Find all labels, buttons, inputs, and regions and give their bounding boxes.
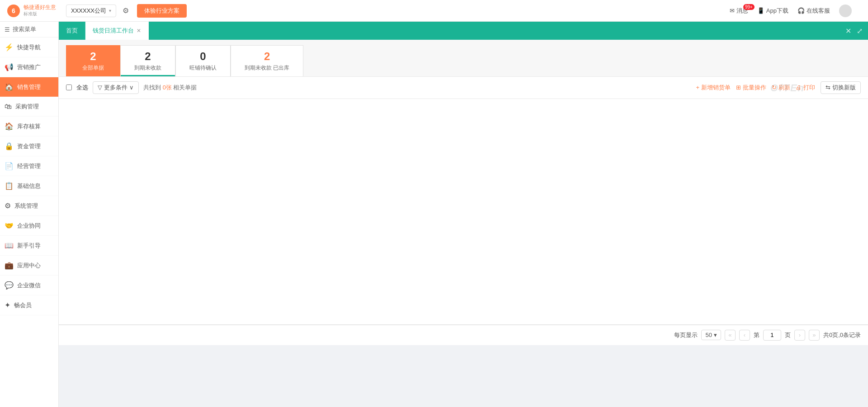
funds-icon: 🔒: [5, 142, 14, 150]
print-button[interactable]: 🖨 打印: [796, 84, 815, 92]
online-service-btn[interactable]: 🎧 在线客服: [797, 7, 830, 15]
logo-text: 畅捷通好生意: [24, 4, 56, 11]
page-suffix: 页: [785, 331, 791, 339]
app-download-label: App下载: [766, 7, 788, 15]
switch-button[interactable]: ⇆ 切换新版: [821, 81, 861, 94]
maximize-icon[interactable]: ⤢: [857, 27, 863, 35]
sidebar-item-marketing[interactable]: 📢 营销推广: [0, 57, 58, 77]
avatar[interactable]: [839, 5, 852, 17]
stat-num-all: 2: [90, 50, 96, 63]
last-page-button[interactable]: »: [809, 330, 820, 341]
page-label: 第: [754, 331, 760, 339]
next-page-button[interactable]: ›: [794, 330, 805, 341]
stat-num-overdue: 2: [145, 50, 151, 63]
first-page-button[interactable]: «: [725, 330, 736, 341]
tab-home[interactable]: 首页: [59, 22, 85, 40]
sidebar-item-vip[interactable]: ✦ 畅会员: [0, 295, 58, 315]
stat-label-all: 全部单据: [82, 64, 104, 72]
filter-arrow-icon: ∨: [129, 84, 134, 91]
prev-page-icon: ‹: [744, 332, 745, 338]
select-all-checkbox[interactable]: [66, 84, 72, 90]
sidebar-search[interactable]: ☰ 搜索菜单: [0, 22, 58, 37]
message-btn[interactable]: ✉ 消息 99+: [730, 7, 748, 15]
company-name: XXXXXX公司: [71, 7, 106, 15]
sidebar-item-quick-nav[interactable]: ⚡ 快捷导航: [0, 37, 58, 57]
refresh-button[interactable]: ↻ 刷新: [772, 84, 790, 92]
filter-button[interactable]: ▽ 更多条件 ∨: [93, 81, 139, 94]
top-header: 6 畅捷通好生意 标准版 XXXXXX公司 ▾ ⚙ 体验行业方案 ✉ 消息 99…: [0, 0, 868, 22]
page-size-label: 每页显示: [674, 331, 698, 339]
sidebar-item-guide[interactable]: 📖 新手引导: [0, 236, 58, 256]
prev-page-button[interactable]: ‹: [739, 330, 750, 341]
switch-icon: ⇆: [826, 84, 830, 91]
first-page-icon: «: [728, 332, 731, 338]
stat-tab-pending[interactable]: 0 旺铺待确认: [175, 45, 231, 76]
download-icon: 📱: [757, 7, 764, 14]
page-number-input[interactable]: [763, 330, 781, 341]
header-right: ✉ 消息 99+ 📱 App下载 🎧 在线客服: [730, 5, 861, 17]
sidebar-item-label: 基础信息: [17, 182, 41, 190]
tab-workbench[interactable]: 钱货日清工作台 ✕: [85, 22, 149, 40]
tab-close-icon[interactable]: ✕: [137, 28, 141, 34]
stat-tab-shipped[interactable]: 2 到期未收款 已出库: [231, 45, 303, 76]
filter-icon: ▽: [98, 84, 102, 91]
sidebar-item-app-center[interactable]: 💼 应用中心: [0, 256, 58, 276]
toolbar: 全选 ▽ 更多条件 ∨ 共找到 0张 相关单据 + 新增销货单 ⊞ 批量操作: [59, 77, 868, 99]
marketing-icon: 📢: [5, 63, 14, 71]
purchase-icon: 🛍: [5, 103, 12, 111]
table-area: [59, 99, 868, 325]
stats-tabs: 2 全部单据 2 到期未收款 0 旺铺待确认 2 到期未收款 已出库: [59, 40, 868, 77]
message-icon: ✉: [730, 7, 735, 14]
app-download-btn[interactable]: 📱 App下载: [757, 7, 788, 15]
found-text: 共找到 0张 相关单据: [143, 84, 197, 92]
sidebar-item-sales[interactable]: 🏠 销售管理: [0, 77, 58, 97]
sidebar-item-funds[interactable]: 🔒 资金管理: [0, 136, 58, 156]
corp-icon: 🤝: [5, 221, 14, 230]
message-badge: 99+: [743, 4, 755, 10]
sidebar-item-label: 经营管理: [17, 162, 41, 170]
sidebar-item-label: 应用中心: [17, 262, 41, 270]
sidebar-item-label: 系统管理: [14, 202, 38, 210]
trial-button[interactable]: 体验行业方案: [137, 4, 187, 18]
sidebar-item-label: 资金管理: [17, 142, 41, 150]
logo-icon: 6: [7, 5, 20, 17]
select-all-label: 全选: [76, 84, 88, 92]
search-menu-label: 搜索菜单: [13, 25, 36, 33]
sidebar-item-label: 库存核算: [17, 122, 41, 131]
page-size-select[interactable]: 50 ▾: [701, 330, 721, 340]
stat-label-shipped: 到期未收款 已出库: [245, 64, 289, 72]
switch-label: 切换新版: [832, 84, 856, 92]
company-selector[interactable]: XXXXXX公司 ▾: [66, 5, 116, 17]
add-sale-button[interactable]: + 新增销货单: [696, 84, 731, 92]
sidebar-item-wechat[interactable]: 💬 企业微信: [0, 276, 58, 295]
ops-icon: 📄: [5, 162, 14, 170]
stat-tab-overdue[interactable]: 2 到期未收款: [120, 45, 175, 76]
app-center-icon: 💼: [5, 261, 14, 270]
total-label: 共0页,0条记录: [823, 331, 861, 339]
settings-icon[interactable]: ⚙: [121, 5, 131, 17]
sales-icon: 🏠: [5, 83, 14, 91]
sidebar-item-purchase[interactable]: 🛍 采购管理: [0, 97, 58, 117]
sidebar-item-base-info[interactable]: 📋 基础信息: [0, 176, 58, 196]
print-label: 打印: [803, 84, 815, 92]
search-icon: ☰: [5, 26, 10, 33]
last-page-icon: »: [812, 332, 816, 338]
sidebar-item-system[interactable]: ⚙ 系统管理: [0, 196, 58, 216]
sidebar-item-label: 快捷导航: [17, 43, 41, 51]
batch-button[interactable]: ⊞ 批量操作: [736, 84, 766, 92]
guide-icon: 📖: [5, 241, 14, 250]
logo-badge: 标准版: [24, 11, 56, 17]
refresh-label: 刷新: [778, 84, 790, 92]
dropdown-arrow-icon: ▾: [109, 8, 111, 13]
sidebar-item-inventory[interactable]: 🏠 库存核算: [0, 117, 58, 136]
next-page-icon: ›: [799, 332, 801, 338]
sidebar-item-label: 销售管理: [17, 83, 41, 91]
minimize-icon[interactable]: ✕: [845, 27, 851, 35]
tab-home-label: 首页: [66, 27, 78, 35]
sidebar-item-corp[interactable]: 🤝 企业协同: [0, 216, 58, 236]
stat-tab-all[interactable]: 2 全部单据: [66, 45, 120, 76]
sidebar-item-label: 企业微信: [17, 281, 41, 290]
sidebar-item-ops[interactable]: 📄 经营管理: [0, 156, 58, 176]
tab-workbench-label: 钱货日清工作台: [93, 27, 134, 35]
inventory-icon: 🏠: [5, 122, 14, 131]
